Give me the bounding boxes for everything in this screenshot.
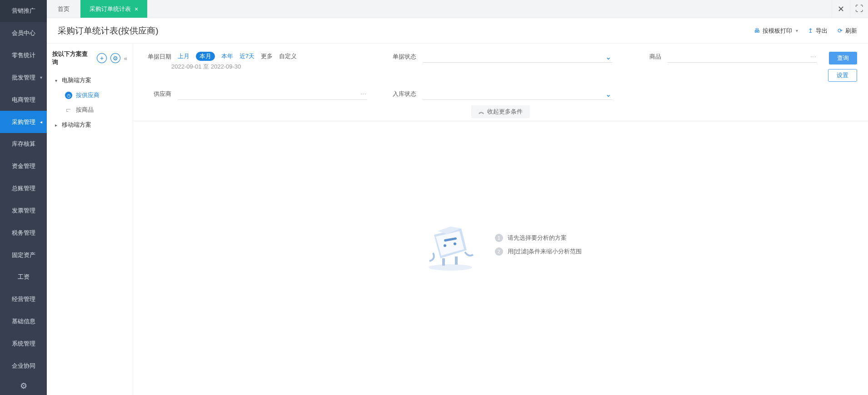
expand-icon: ⛶ — [855, 4, 863, 14]
date-range-text: 2022-09-01 至 2022-09-30 — [144, 63, 367, 71]
sidebar-item-retail-stats[interactable]: 零售统计 — [0, 44, 47, 67]
chevron-down-icon[interactable]: ⌄ — [605, 53, 611, 61]
print-label: 按模板打印 — [763, 27, 792, 35]
main-area: 首页 采购订单统计表 × ✕ ⛶ 采购订单统计表(按供应商) 🖶 按模板打印 ▾… — [47, 0, 868, 395]
tab-home[interactable]: 首页 — [47, 0, 80, 18]
print-icon: 🖶 — [754, 27, 760, 34]
sidebar-item-system[interactable]: 系统管理 — [0, 332, 47, 355]
close-icon: ✕ — [838, 4, 844, 14]
svg-point-3 — [454, 242, 456, 245]
gear-icon: ⚙ — [113, 55, 118, 62]
filter-label-doc-status: 单据状态 — [389, 51, 416, 61]
sidebar-item-wholesale[interactable]: 批发管理▾ — [0, 66, 47, 89]
chart-icon: ⫍ — [65, 106, 72, 114]
scheme-label: 按商品 — [76, 106, 94, 114]
step-number-icon: 2 — [495, 247, 503, 256]
scheme-group-pc[interactable]: ▾ 电脑端方案 — [52, 73, 127, 88]
svg-point-0 — [429, 264, 472, 271]
sidebar-item-ecommerce[interactable]: 电商管理 — [0, 89, 47, 111]
step-number-icon: 1 — [495, 234, 503, 242]
empty-tip-row: 2 用[过滤]条件来缩小分析范围 — [495, 247, 582, 256]
filter-label-product: 商品 — [634, 51, 661, 61]
svg-rect-5 — [455, 257, 458, 265]
scheme-by-supplier[interactable]: ◷ 按供应商 — [65, 88, 127, 103]
tab-purchase-order-report[interactable]: 采购订单统计表 × — [80, 0, 147, 18]
sidebar-item-ops[interactable]: 经营管理 — [0, 288, 47, 311]
scheme-panel-title: 按以下方案查询 — [52, 50, 93, 66]
inbound-status-select[interactable] — [423, 88, 612, 100]
chevron-right-icon: ▸ — [55, 123, 57, 128]
sidebar-item-purchasing[interactable]: 采购管理◂ — [0, 111, 47, 133]
empty-tip-text: 请先选择要分析的方案 — [508, 234, 567, 242]
sidebar-item-salary[interactable]: 工资 — [0, 266, 47, 288]
chevron-down-icon: ▾ — [55, 78, 57, 83]
doc-status-select[interactable] — [423, 51, 612, 63]
more-icon[interactable]: ··· — [810, 53, 816, 61]
sidebar-item-members[interactable]: 会员中心 — [0, 22, 47, 44]
gear-icon: ⚙ — [20, 381, 27, 391]
product-input[interactable] — [668, 51, 817, 63]
svg-rect-4 — [442, 258, 445, 266]
scheme-settings-button[interactable]: ⚙ — [110, 53, 120, 63]
sidebar-item-basic-info[interactable]: 基础信息 — [0, 311, 47, 333]
collapse-filters-button[interactable]: ︽ 收起更多条件 — [471, 105, 530, 118]
date-more[interactable]: 更多 — [261, 52, 273, 60]
sidebar-item-collab[interactable]: 企业协同 — [0, 355, 47, 377]
chevron-up-icon: ︽ — [479, 108, 484, 116]
page-header: 采购订单统计表(按供应商) 🖶 按模板打印 ▾ ↥ 导出 ⟳ 刷新 — [47, 18, 868, 44]
empty-tip-row: 1 请先选择要分析的方案 — [495, 234, 582, 242]
date-this-month[interactable]: 本月 — [196, 52, 215, 61]
date-quick-options: 上月 本月 本年 近7天 更多 自定义 — [178, 51, 367, 61]
scheme-group-label: 移动端方案 — [62, 121, 91, 129]
filter-label-supplier: 供应商 — [144, 88, 171, 98]
date-prev-month[interactable]: 上月 — [178, 52, 190, 60]
clock-icon: ◷ — [65, 92, 72, 99]
close-icon[interactable]: × — [135, 6, 138, 12]
tabs-bar: 首页 采购订单统计表 × ✕ ⛶ — [47, 0, 868, 18]
sidebar-item-fixed-assets[interactable]: 固定资产 — [0, 244, 47, 266]
date-last-7-days[interactable]: 近7天 — [239, 52, 254, 60]
print-template-button[interactable]: 🖶 按模板打印 ▾ — [754, 27, 798, 35]
main-sidebar: 营销推广 会员中心 零售统计 批发管理▾ 电商管理 采购管理◂ 库存核算 资金管… — [0, 0, 47, 395]
collapse-label: 收起更多条件 — [487, 108, 523, 116]
sidebar-settings-button[interactable]: ⚙ — [0, 377, 47, 395]
scheme-by-product[interactable]: ⫍ 按商品 — [65, 103, 127, 117]
scheme-group-mobile[interactable]: ▸ 移动端方案 — [52, 117, 127, 133]
sidebar-item-inventory[interactable]: 库存核算 — [0, 133, 47, 155]
refresh-label: 刷新 — [845, 27, 857, 35]
more-icon[interactable]: ··· — [360, 90, 366, 98]
filter-area: 单据日期 上月 本月 本年 近7天 更多 自定义 2022-09-01 至 20… — [133, 44, 868, 121]
expand-button[interactable]: ⛶ — [850, 0, 868, 18]
plus-icon: + — [100, 54, 104, 62]
tab-label: 采购订单统计表 — [90, 5, 131, 13]
sidebar-item-tax[interactable]: 税务管理 — [0, 222, 47, 244]
export-label: 导出 — [816, 27, 828, 35]
empty-illustration — [419, 217, 479, 272]
query-button[interactable]: 查询 — [829, 52, 857, 64]
export-button[interactable]: ↥ 导出 — [808, 27, 828, 35]
date-custom[interactable]: 自定义 — [279, 52, 297, 60]
chevron-left-icon: ◂ — [40, 119, 42, 124]
scheme-group-label: 电脑端方案 — [62, 76, 91, 84]
scheme-panel: 按以下方案查询 + ⚙ « ▾ 电脑端方案 ◷ 按供应商 ⫍ 按商品 — [47, 44, 133, 395]
chevron-down-icon: ▾ — [40, 75, 42, 80]
sidebar-item-funds[interactable]: 资金管理 — [0, 155, 47, 178]
date-this-year[interactable]: 本年 — [221, 52, 233, 60]
empty-tip-text: 用[过滤]条件来缩小分析范围 — [508, 247, 582, 256]
collapse-scheme-panel-button[interactable]: « — [124, 55, 127, 62]
sidebar-item-invoice[interactable]: 发票管理 — [0, 199, 47, 222]
sidebar-item-marketing[interactable]: 营销推广 — [0, 0, 47, 22]
chevron-down-icon[interactable]: ⌄ — [605, 90, 611, 99]
page-title: 采购订单统计表(按供应商) — [58, 25, 159, 37]
sidebar-item-ledger[interactable]: 总账管理 — [0, 178, 47, 200]
scheme-label: 按供应商 — [76, 91, 100, 99]
add-scheme-button[interactable]: + — [97, 53, 107, 63]
export-icon: ↥ — [808, 27, 813, 34]
svg-point-2 — [444, 244, 446, 247]
refresh-icon: ⟳ — [838, 27, 843, 34]
close-all-tabs-button[interactable]: ✕ — [832, 0, 850, 18]
collapse-icon: « — [124, 55, 127, 62]
settings-button[interactable]: 设置 — [828, 69, 857, 82]
refresh-button[interactable]: ⟳ 刷新 — [838, 27, 857, 35]
supplier-input[interactable] — [178, 88, 367, 100]
